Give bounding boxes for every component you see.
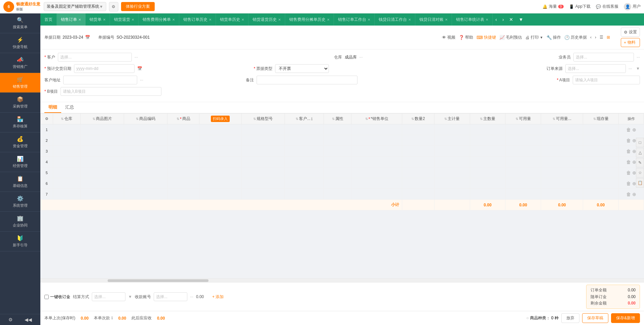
tab-close-icon[interactable]: ✕ (445, 18, 448, 22)
row-1-qty2[interactable] (402, 124, 434, 135)
next-record-btn[interactable]: › (595, 35, 596, 40)
save-draft-btn[interactable]: 保存草稿 (582, 313, 608, 323)
sidebar-item-purchase[interactable]: 📦 采购管理 (0, 93, 40, 113)
sidebar-settings-btn[interactable]: ⚙ (8, 317, 13, 322)
row-2-spec[interactable] (241, 135, 285, 146)
delete-row-btn[interactable]: 🗑 (626, 149, 631, 154)
tab-sales-return[interactable]: 销货单 ✕ (85, 13, 110, 26)
warehouse-more-btn[interactable]: ··· (359, 55, 363, 59)
tab-next-btn[interactable]: › (500, 13, 507, 26)
print-btn[interactable]: 🖨 打印 ▼ (525, 35, 543, 40)
tab-fee-split[interactable]: 销售费用分摊单 ✕ (139, 13, 179, 26)
tab-close-icon[interactable]: ✕ (486, 18, 488, 22)
row-1-product[interactable] (167, 124, 199, 135)
customer-address-input[interactable] (63, 76, 137, 84)
sidebar-item-search[interactable]: 🔍 搜索菜单 (0, 13, 40, 33)
row-2-unit[interactable] (351, 135, 402, 146)
sidebar-item-enterprise[interactable]: 🏢 企业协同 (0, 212, 40, 232)
sidebar-item-guide[interactable]: 🔰 新手引导 (0, 232, 40, 251)
tab-credit-reconcile[interactable]: 钱贷日清对账 ✕ (415, 13, 452, 26)
operation-btn[interactable]: 🔧 操作 (546, 35, 561, 40)
sidebar-item-inventory[interactable]: 🏪 库存核算 (0, 113, 40, 132)
tab-refund-history[interactable]: 销货退货历史 ✕ (249, 13, 285, 26)
sidebar-item-basic[interactable]: 📋 基础信息 (0, 172, 40, 192)
tab-close-icon[interactable]: ✕ (209, 18, 212, 22)
a-project-input[interactable] (573, 76, 640, 84)
scroll-thumb[interactable] (108, 279, 209, 282)
delete-row-btn[interactable]: 🗑 (626, 170, 631, 175)
customer-more-btn[interactable]: ··· (135, 55, 138, 59)
industry-btn[interactable]: 体验行业方案 (121, 2, 155, 11)
calendar-icon[interactable]: 📅 (85, 35, 90, 40)
delete-row-btn[interactable]: 🗑 (626, 192, 631, 197)
add-material-btn[interactable]: + 物料 (621, 38, 640, 47)
prev-record-btn[interactable]: ‹ (590, 35, 592, 40)
th-warehouse[interactable]: ⇅ 仓库 (53, 114, 81, 124)
th-customer-code[interactable]: ⇅ 客户... ℹ (285, 114, 324, 124)
notification-item[interactable]: 🔔 海量 9 (542, 4, 564, 9)
b-project-input[interactable] (61, 87, 161, 96)
sidebar-item-sales[interactable]: 🛒 销售管理 (0, 73, 40, 93)
sidebar-item-nav[interactable]: ⚡ 快捷导航 (0, 33, 40, 53)
detail-tab-ming[interactable]: 明细 (44, 102, 61, 113)
th-available2[interactable]: ⇅ 可用量... (541, 114, 583, 124)
row-1-spec[interactable] (241, 124, 285, 135)
detail-tab-summary[interactable]: 汇总 (61, 102, 78, 113)
th-product-code[interactable]: ⇅ 商品编码 (124, 114, 167, 124)
salesperson-input[interactable] (573, 53, 634, 62)
th-qty2[interactable]: ⇅ 数量2 (402, 114, 434, 124)
row-2-code[interactable] (124, 135, 167, 146)
row-1-warehouse[interactable] (53, 124, 81, 135)
shortcut-btn[interactable]: ⌨ 快捷键 (477, 35, 496, 40)
invoice-type-select[interactable]: 不开票 (275, 64, 329, 73)
app-download-item[interactable]: 📱 App下载 (569, 4, 591, 9)
th-stock[interactable]: ⇅ 现存量 (583, 114, 619, 124)
tab-sales-history[interactable]: 销售订单历史 ✕ (179, 13, 216, 26)
tab-close-icon[interactable]: ✕ (78, 18, 81, 22)
tab-close-icon[interactable]: ✕ (278, 18, 281, 22)
float-btn-3[interactable]: ✎ (636, 158, 644, 167)
account-input[interactable] (154, 292, 187, 301)
row-2-product[interactable] (167, 135, 199, 146)
tab-more-btn[interactable]: ▼ (516, 13, 526, 26)
delete-row-btn[interactable]: 🗑 (626, 127, 631, 132)
save-new-btn[interactable]: 保存&新增 (611, 313, 640, 323)
tab-prev-btn[interactable]: ‹ (493, 13, 500, 26)
tab-close-icon[interactable]: ✕ (103, 18, 106, 22)
online-service-item[interactable]: 💬 在线客服 (596, 4, 618, 9)
tab-sales-refund[interactable]: 销货退货 ✕ (110, 13, 139, 26)
row-2-customer-code[interactable] (285, 135, 324, 146)
order-source-more-btn[interactable]: ··· (629, 66, 632, 71)
th-available[interactable]: ⇅ 可用量 (505, 114, 541, 124)
tab-stats[interactable]: 销售订单统计表 ✕ (452, 13, 493, 26)
list-view-btn[interactable]: ☰ (600, 35, 603, 40)
copy-row-btn[interactable]: ⊕ (632, 127, 636, 132)
grid-view-btn[interactable]: ⊞ (607, 35, 610, 40)
copy-row-btn[interactable]: ⊕ (632, 192, 636, 197)
float-btn-5[interactable]: 📋 (636, 178, 644, 188)
th-attribute[interactable]: ⇅ 属性 (324, 114, 351, 124)
print-dropdown-icon[interactable]: ▼ (540, 36, 543, 39)
delete-row-btn[interactable]: 🗑 (626, 181, 631, 186)
profit-btn[interactable]: 📈 毛利预估 (499, 35, 522, 40)
order-source-input[interactable] (565, 64, 626, 73)
row-2-qty2[interactable] (402, 135, 434, 146)
sidebar-collapse-btn[interactable]: ◀◀ (25, 317, 32, 322)
tab-close-icon[interactable]: ✕ (131, 18, 134, 22)
th-main-unit[interactable]: ⇅ 主计量 (434, 114, 470, 124)
add-payment-btn[interactable]: 添加 (212, 294, 224, 300)
delete-row-btn[interactable]: 🗑 (626, 159, 631, 165)
float-btn-4[interactable]: ☆ (636, 168, 644, 177)
deposit-checkbox-wrap[interactable]: 一键收订金 (44, 294, 70, 300)
tab-fee-history[interactable]: 销售费用分摊单历史 ✕ (285, 13, 334, 26)
help-btn[interactable]: ❓ 帮助 (459, 35, 473, 40)
th-product-img[interactable]: ⇅ 商品图片 (81, 114, 124, 124)
tab-close-icon[interactable]: ✕ (368, 18, 370, 22)
tab-credit-workbench[interactable]: 钱贷日清工作台 ✕ (375, 13, 415, 26)
tab-close-icon[interactable]: ✕ (327, 18, 330, 22)
horizontal-scrollbar[interactable] (40, 278, 644, 282)
settings-button[interactable]: ⚙ (109, 2, 118, 11)
user-item[interactable]: 👤 用户 (624, 3, 641, 10)
sidebar-item-system[interactable]: ⚙️ 系统管理 (0, 192, 40, 212)
row-1-attribute[interactable] (324, 124, 351, 135)
